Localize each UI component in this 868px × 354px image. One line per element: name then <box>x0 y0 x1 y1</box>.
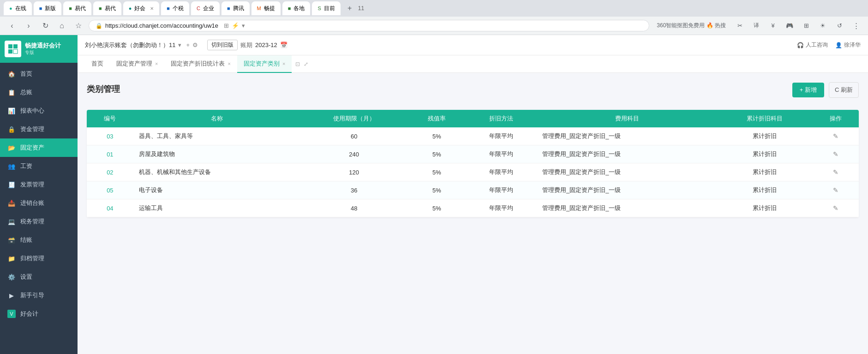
sidebar-item-invoice[interactable]: 🧾 发票管理 <box>0 175 78 194</box>
sidebar-item-closing[interactable]: 🗃️ 结账 <box>0 231 78 249</box>
sidebar-item-home[interactable]: 🏠 首页 <box>0 65 78 83</box>
cell-code[interactable]: 04 <box>87 199 133 217</box>
tab-asset-mgmt-close[interactable]: × <box>155 61 158 66</box>
grid-btn[interactable]: ⊞ <box>800 19 813 32</box>
browser-tab-changjie[interactable]: M 畅提 <box>251 1 281 15</box>
svg-rect-3 <box>13 49 18 54</box>
browser-tab-haohui[interactable]: ● 好会 ✕ <box>123 1 160 15</box>
sidebar-item-ledger[interactable]: 📋 总账 <box>0 83 78 102</box>
user-avatar[interactable]: 👤 徐泽华 <box>835 41 861 49</box>
col-accumulated: 累计折旧科目 <box>718 110 812 127</box>
cell-op[interactable]: ✎ <box>812 127 859 145</box>
content-area: 类别管理 + 新增 C 刷新 编号 名称 使用期限（月） 残值率 折旧方法 费用… <box>78 73 868 354</box>
wallet-btn[interactable]: ¥ <box>766 19 779 32</box>
brightness-btn[interactable]: ☀ <box>816 19 829 32</box>
home-btn[interactable]: ⌂ <box>55 19 68 32</box>
browser-tab-tencent[interactable]: ■ 腾讯 <box>221 1 250 15</box>
game-btn[interactable]: 🎮 <box>783 19 796 32</box>
new-tab-btn[interactable]: + <box>344 3 355 14</box>
tab-asset-mgmt[interactable]: 固定资产管理 × <box>110 55 164 73</box>
refresh-btn[interactable]: C 刷新 <box>829 82 859 98</box>
sidebar-item-payroll[interactable]: 👥 工资 <box>0 157 78 175</box>
search-bar[interactable]: 360智能抠图免费用 🔥 热搜 <box>657 22 726 30</box>
cell-expense: 管理费用_固定资产折旧_一级 <box>537 127 718 145</box>
col-method: 折旧方法 <box>466 110 537 127</box>
user-dropdown[interactable]: ▾ <box>178 42 181 48</box>
cell-op[interactable]: ✎ <box>812 145 859 163</box>
sidebar-item-more[interactable]: V 好会计 <box>0 305 78 323</box>
back-btn[interactable]: ‹ <box>6 19 18 32</box>
browser-tab-online[interactable]: ● 在线 <box>4 1 32 15</box>
maximize-icon[interactable]: ⤢ <box>304 61 308 67</box>
tab-category[interactable]: 固定资产类别 × <box>237 55 292 73</box>
sidebar-item-settings[interactable]: ⚙️ 设置 <box>0 268 78 286</box>
browser-tab-new[interactable]: ■ 新版 <box>34 1 62 15</box>
edit-icon[interactable]: ✎ <box>833 168 838 176</box>
cell-months: 60 <box>300 127 407 145</box>
cell-code[interactable]: 05 <box>87 181 133 199</box>
switch-version-btn[interactable]: 切到旧版 <box>207 40 238 50</box>
sidebar-item-fund[interactable]: 🔒 资金管理 <box>0 120 78 138</box>
col-expense: 费用科目 <box>537 110 718 127</box>
cell-op[interactable]: ✎ <box>812 163 859 181</box>
sidebar-item-report[interactable]: 📊 报表中心 <box>0 102 78 120</box>
bookmark-btn[interactable]: ☆ <box>72 19 85 32</box>
tab-depreciation-close[interactable]: × <box>227 61 230 66</box>
settings-gear-icon[interactable]: ⚙ <box>192 42 198 48</box>
add-account-btn[interactable]: + <box>186 42 190 48</box>
edit-icon[interactable]: ✎ <box>833 150 838 158</box>
browser-tab-yidai1[interactable]: ■ 易代 <box>63 1 91 15</box>
edit-icon[interactable]: ✎ <box>833 204 838 212</box>
edit-icon[interactable]: ✎ <box>833 132 838 140</box>
browser-tab-tax[interactable]: ■ 个税 <box>161 1 189 15</box>
sidebar-item-archive[interactable]: 📁 归档管理 <box>0 249 78 268</box>
tab-home[interactable]: 首页 <box>85 55 110 73</box>
translate-btn[interactable]: 译 <box>750 19 763 32</box>
cell-name: 运输工具 <box>133 199 301 217</box>
cell-name: 机器、机械和其他生产设备 <box>133 163 301 181</box>
sidebar-item-tax[interactable]: 💻 税务管理 <box>0 212 78 231</box>
browser-tab-gedi[interactable]: ■ 各地 <box>282 1 311 15</box>
closing-icon: 🗃️ <box>7 236 16 244</box>
table-row: 03 器具、工具、家具等 60 5% 年限平均 管理费用_固定资产折旧_一级 累… <box>87 127 859 145</box>
cell-op[interactable]: ✎ <box>812 199 859 217</box>
expand-tabs-icon[interactable]: ⊡ <box>295 61 300 67</box>
menu-btn[interactable]: ⋮ <box>850 19 862 32</box>
stock-icon: 📥 <box>7 199 16 207</box>
cell-residual: 5% <box>407 127 466 145</box>
sidebar-item-stock[interactable]: 📥 进销台账 <box>0 194 78 212</box>
address-bar[interactable]: 🔒 https://cloud.chanjet.com/accounting/u… <box>89 20 649 31</box>
tab-category-close[interactable]: × <box>282 61 285 66</box>
col-name: 名称 <box>133 110 301 127</box>
browser-tab-yidai2[interactable]: ■ 易代 <box>93 1 121 15</box>
edit-icon[interactable]: ✎ <box>833 186 838 194</box>
forward-btn[interactable]: › <box>22 19 35 32</box>
cell-name: 器具、工具、家具等 <box>133 127 301 145</box>
cell-months: 48 <box>300 199 407 217</box>
payroll-icon: 👥 <box>7 162 16 170</box>
browser-tab-enterprise[interactable]: C 企业 <box>191 1 220 15</box>
add-btn[interactable]: + 新增 <box>792 83 824 97</box>
sidebar-item-guide[interactable]: ▶ 新手引导 <box>0 286 78 305</box>
cell-residual: 5% <box>407 181 466 199</box>
period-area: 切到旧版 账期 2023-12 📅 <box>207 40 287 50</box>
reload-btn[interactable]: ↻ <box>39 19 52 32</box>
cell-code[interactable]: 03 <box>87 127 133 145</box>
cell-op[interactable]: ✎ <box>812 181 859 199</box>
top-bar-right: 🎧 人工咨询 👤 徐泽华 <box>797 41 861 49</box>
undo-btn[interactable]: ↺ <box>833 19 846 32</box>
cell-accumulated: 累计折旧 <box>718 181 812 199</box>
cell-code[interactable]: 02 <box>87 163 133 181</box>
settings-icon: ⚙️ <box>7 273 16 281</box>
cell-code[interactable]: 01 <box>87 145 133 163</box>
sidebar-logo: 畅捷通好会计 专版 <box>0 35 78 63</box>
tab-depreciation[interactable]: 固定资产折旧统计表 × <box>164 55 237 73</box>
calendar-icon[interactable]: 📅 <box>280 42 287 48</box>
browser-tab-current[interactable]: S 目前 <box>312 1 340 15</box>
cell-accumulated: 累计折旧 <box>718 145 812 163</box>
logo-icon <box>5 41 21 57</box>
service-btn[interactable]: 🎧 人工咨询 <box>797 41 828 49</box>
cut-btn[interactable]: ✂ <box>733 19 746 32</box>
sidebar-item-fixed[interactable]: 📂 固定资产 <box>0 138 78 157</box>
browser-tab-haohui-close[interactable]: ✕ <box>150 6 154 11</box>
